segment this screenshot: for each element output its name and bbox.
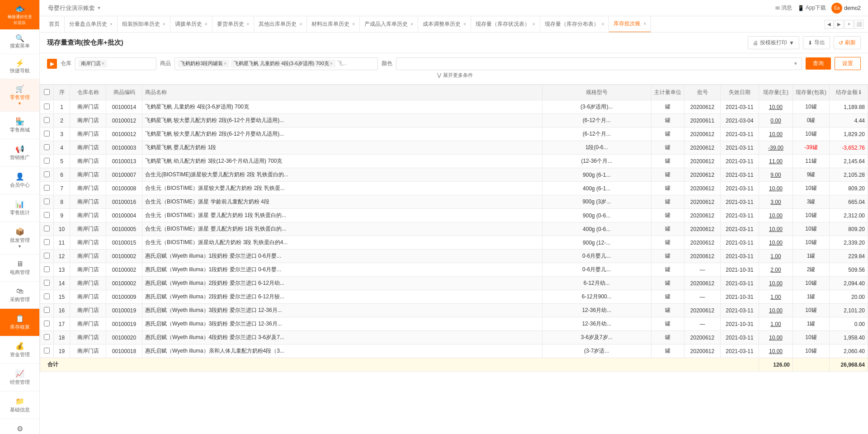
sidebar-item-ops[interactable]: 📈 经营管理 (0, 364, 39, 392)
tab-prev-btn[interactable]: ◀ (825, 20, 834, 29)
th-checkbox[interactable] (40, 85, 54, 100)
row-qty-main[interactable]: 10.00 (759, 222, 793, 236)
tab-7[interactable]: 产成品入库单历史 × (360, 16, 418, 33)
tab-3[interactable]: 调拨单历史 × (170, 16, 212, 33)
row-checkbox[interactable] (40, 141, 54, 155)
row-qty-main[interactable]: 2.00 (759, 263, 793, 277)
row-checkbox[interactable] (40, 222, 54, 236)
expand-more[interactable]: ⋁ 展开更多条件 (47, 70, 861, 80)
row-qty-main[interactable]: 11.00 (759, 155, 793, 168)
tab-active-close[interactable]: × (643, 21, 646, 26)
sidebar-item-purchase[interactable]: 🛍 采购管理 (0, 282, 39, 309)
row-qty-main[interactable]: 10.00 (759, 277, 793, 290)
product-tag-1[interactable]: 飞鹤奶粉3段丙罐装 × (178, 60, 229, 67)
color-filter-group[interactable]: ▼ (396, 57, 802, 70)
tab-8[interactable]: 成本调整单历史 × (418, 16, 471, 33)
warehouse-tag-1-close[interactable]: × (102, 61, 104, 66)
tab-maximize-btn[interactable]: ⬜ (854, 20, 863, 29)
row-qty-main[interactable]: 10.00 (759, 127, 793, 141)
warehouse-filter-group[interactable]: 南岸门店 × (75, 57, 156, 70)
tab-active[interactable]: 库存批次账 × (609, 16, 651, 33)
sidebar-item-marketing[interactable]: 📢 营销推广 (0, 139, 39, 167)
warehouse-tag-1[interactable]: 南岸门店 × (78, 60, 107, 67)
sidebar-logo[interactable]: 🐟 畅捷通好生意 标题版 (0, 0, 39, 29)
row-qty-main[interactable]: 10.00 (759, 209, 793, 222)
app-download-button[interactable]: 📱 App下载 (797, 4, 826, 12)
message-button[interactable]: ✉ 消息 (775, 4, 792, 12)
tab-5-close[interactable]: × (299, 22, 302, 27)
row-qty-main[interactable]: 10.00 (759, 100, 793, 114)
refresh-button[interactable]: ↺ 刷新 (834, 36, 861, 49)
product-filter-group[interactable]: 飞鹤奶粉3段丙罐装 × 飞鹤星飞帆 儿童奶粉 4段(3-6岁适用) 700克 ×… (175, 57, 378, 70)
sidebar-item-finance[interactable]: 💰 资金管理 (0, 336, 39, 364)
tab-next-btn[interactable]: ▶ (835, 20, 844, 29)
row-checkbox[interactable] (40, 250, 54, 263)
sidebar-item-wholesale[interactable]: 📦 批发管理 ▼ (0, 222, 39, 255)
tab-4[interactable]: 要货单历史 × (212, 16, 255, 33)
row-qty-main[interactable]: 10.00 (759, 331, 793, 344)
row-qty-main[interactable]: 10.00 (759, 344, 793, 358)
user-info[interactable]: Ea demo2 (831, 3, 861, 14)
row-checkbox[interactable] (40, 182, 54, 195)
row-qty-main[interactable]: 1.00 (759, 290, 793, 304)
template-print-button[interactable]: 🖨 按模板打印 ▼ (748, 36, 799, 49)
row-checkbox[interactable] (40, 114, 54, 127)
row-checkbox[interactable] (40, 317, 54, 331)
row-qty-main[interactable]: 3.00 (759, 195, 793, 209)
row-qty-main[interactable]: 1.00 (759, 317, 793, 331)
sidebar-item-retail-stats[interactable]: 📊 零售统计 (0, 194, 39, 222)
sidebar-item-retail-mall[interactable]: 🏪 零售商城 (0, 112, 39, 139)
tab-2[interactable]: 组装拆卸单历史 × (118, 16, 170, 33)
tab-7-close[interactable]: × (410, 22, 413, 27)
tab-6[interactable]: 材料出库单历史 × (307, 16, 360, 33)
tab-9[interactable]: 现存量（库存状况表） × (471, 16, 540, 33)
row-checkbox[interactable] (40, 100, 54, 114)
query-button[interactable]: 查询 (806, 57, 831, 70)
sidebar-item-basic-info[interactable]: 📁 基础信息 (0, 392, 39, 419)
tab-1[interactable]: 分量盘点单历史 × (65, 16, 118, 33)
tab-10-close[interactable]: × (602, 22, 604, 27)
sidebar-item-member[interactable]: 👤 会员中心 (0, 167, 39, 194)
sidebar-search-btn[interactable]: 🔍 搜索英单 (0, 29, 39, 54)
row-qty-main[interactable]: 1.00 (759, 250, 793, 263)
tab-1-close[interactable]: × (110, 22, 113, 27)
row-checkbox[interactable] (40, 155, 54, 168)
sidebar-item-ecommerce[interactable]: 🖥 电商管理 (0, 255, 39, 282)
row-qty-main[interactable]: 10.00 (759, 182, 793, 195)
tab-3-close[interactable]: × (205, 22, 208, 27)
row-checkbox[interactable] (40, 344, 54, 358)
row-checkbox[interactable] (40, 331, 54, 344)
row-checkbox[interactable] (40, 209, 54, 222)
row-checkbox[interactable] (40, 168, 54, 182)
row-qty-main[interactable]: -39.00 (759, 141, 793, 155)
tab-4-close[interactable]: × (247, 22, 250, 27)
account-selector[interactable]: 母婴行业演示账套 ▼ (44, 4, 105, 12)
sidebar-nav-btn[interactable]: ⚡ 快捷导航 (0, 54, 39, 79)
sidebar-item-retail-mgmt[interactable]: 🛒 零售管理 ▼ (0, 79, 39, 112)
product-tag-1-close[interactable]: × (224, 61, 226, 66)
row-qty-main[interactable]: 0.00 (759, 114, 793, 127)
tab-6-close[interactable]: × (352, 22, 355, 27)
row-qty-main[interactable]: 10.00 (759, 304, 793, 317)
tab-10[interactable]: 现存量（库存分布表） × (540, 16, 609, 33)
tab-home[interactable]: 首页 (44, 16, 65, 33)
tab-5[interactable]: 其他出库单历史 × (254, 16, 307, 33)
product-tag-2-close[interactable]: × (330, 61, 333, 66)
tab-close-all-btn[interactable]: × (844, 20, 854, 29)
select-all-checkbox[interactable] (44, 89, 50, 95)
sidebar-item-inventory[interactable]: 📋 库存核算 (0, 309, 39, 336)
sidebar-item-system[interactable]: ⚙ 系统管理 (0, 419, 39, 434)
tab-8-close[interactable]: × (463, 22, 466, 27)
settings-button[interactable]: 设置 (835, 57, 861, 70)
tab-2-close[interactable]: × (163, 22, 165, 27)
color-filter-dropdown[interactable]: ▼ (793, 61, 799, 67)
product-tag-2[interactable]: 飞鹤星飞帆 儿童奶粉 4段(3-6岁适用) 700克 × (231, 60, 335, 67)
row-checkbox[interactable] (40, 127, 54, 141)
row-checkbox[interactable] (40, 304, 54, 317)
row-qty-main[interactable]: 9.00 (759, 168, 793, 182)
row-qty-main[interactable]: 10.00 (759, 236, 793, 250)
filter-expand-button[interactable]: ▶ (47, 59, 57, 69)
row-checkbox[interactable] (40, 263, 54, 277)
row-checkbox[interactable] (40, 236, 54, 250)
tab-9-close[interactable]: × (533, 22, 535, 27)
